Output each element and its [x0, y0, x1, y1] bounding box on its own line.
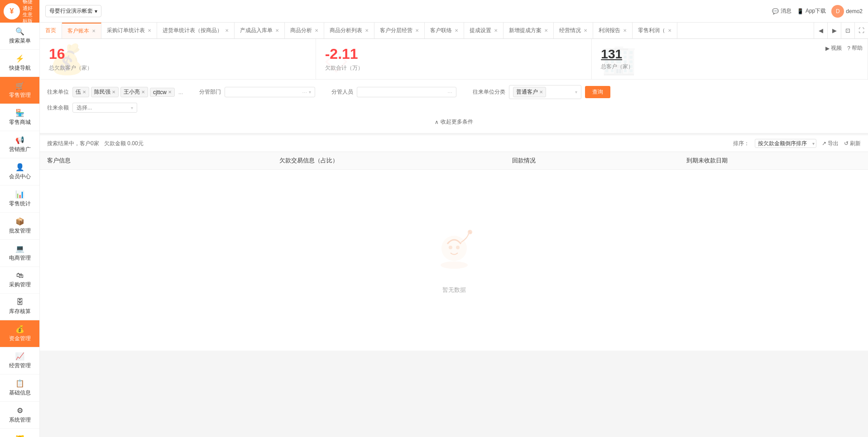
sidebar-item-finance[interactable]: 💰资金管理: [0, 320, 39, 347]
balance-chevron: ▾: [131, 105, 133, 110]
tab-profit_report[interactable]: 利润报告✕: [593, 23, 633, 39]
balance-input[interactable]: [77, 104, 131, 111]
tab-biz_status[interactable]: 经营情况✕: [554, 23, 593, 39]
sidebar-item-enterprise[interactable]: 🤝企业协同: [0, 429, 39, 437]
tab-close-profit_report[interactable]: ✕: [623, 28, 627, 33]
tab-close-purchase_order[interactable]: ✕: [148, 28, 151, 33]
svg-point-2: [449, 246, 452, 249]
enterprise-icon: 🤝: [15, 433, 24, 437]
dept-filter[interactable]: ··· ▾: [225, 87, 315, 97]
filter-area: 往来单位 伍✕陈民强✕王小亮✕cjttcw✕ ... 分管部门 ··· ▾ 分管…: [40, 80, 868, 133]
tab-new_raise[interactable]: 新增提成方案✕: [504, 23, 554, 39]
sidebar-item-inventory[interactable]: 🗄库存核算: [0, 294, 39, 320]
tab-close-retail_profit[interactable]: ✕: [668, 28, 671, 33]
sidebar: ¥ 畅捷通好生意 标版 🔍搜索菜单⚡快捷导航🛒零售管理🏪零售商城📢营销推广👤会员…: [0, 0, 40, 437]
sidebar-item-purchase[interactable]: 🛍采购管理: [0, 267, 39, 294]
tab-customer_contact[interactable]: 客户联络✕: [425, 23, 464, 39]
search-button[interactable]: 查询: [585, 86, 610, 98]
tab-scroll-left[interactable]: ◀: [814, 23, 827, 39]
message-icon: 💬: [772, 8, 779, 14]
filter-more-btn[interactable]: ...: [178, 89, 183, 95]
tab-home[interactable]: 首页: [40, 23, 62, 39]
refresh-btn[interactable]: ↺ 刷新: [844, 140, 861, 147]
account-dropdown[interactable]: 母婴行业演示帐套 ▾: [45, 5, 101, 17]
sidebar-item-retail_mall[interactable]: 🏪零售商城: [0, 104, 39, 131]
dept-input[interactable]: [229, 89, 283, 95]
sidebar-item-wholesale[interactable]: 📦批发管理: [0, 213, 39, 240]
tab-purchase_order[interactable]: 采购订单统计表✕: [101, 23, 157, 39]
tab-close-biz_status[interactable]: ✕: [584, 28, 587, 33]
unit-type-tag[interactable]: 普通客户 ✕: [513, 87, 546, 97]
export-btn[interactable]: ↗ 导出: [822, 140, 839, 147]
app-download-btn[interactable]: 📱 App下载: [797, 7, 826, 15]
tab-expand[interactable]: ⊡: [841, 23, 854, 39]
filter-tag-陈民强[interactable]: 陈民强✕: [91, 87, 119, 97]
tab-retail_profit[interactable]: 零售利润（✕: [633, 23, 677, 39]
tab-close-goods_analysis_list[interactable]: ✕: [365, 28, 369, 33]
tab-close-goods_analysis[interactable]: ✕: [315, 28, 318, 33]
person-input[interactable]: [361, 89, 415, 95]
tabs-actions: ◀ ▶ ⊡ ⛶: [814, 23, 868, 39]
filter-tag-伍[interactable]: 伍✕: [72, 87, 89, 97]
person-filter[interactable]: ···: [357, 87, 456, 97]
tag-close-陈民强[interactable]: ✕: [112, 90, 115, 95]
filter-row-2: 往来余额 ▾: [47, 103, 861, 113]
dept-chevron: ▾: [309, 90, 311, 95]
finance-icon: 💰: [15, 325, 24, 333]
results-bar: 搜索结果中，客户0家 欠款金额 0.00元 排序： 按欠款金额倒序排序 ▾ ↗ …: [40, 135, 868, 152]
tab-close-customer_tier[interactable]: ✕: [415, 28, 419, 33]
tab-account[interactable]: 客户账本✕: [62, 23, 101, 39]
sidebar-item-marketing[interactable]: 📢营销推广: [0, 131, 39, 158]
tab-goods_analysis[interactable]: 商品分析✕: [285, 23, 324, 39]
sidebar-item-retail_stats[interactable]: 📊零售统计: [0, 185, 39, 213]
collapse-btn[interactable]: ∧ 收起更多条件: [429, 116, 479, 128]
tab-cost_inbound[interactable]: 产成品入库单✕: [235, 23, 285, 39]
tag-close-伍[interactable]: ✕: [82, 90, 86, 95]
member-icon: 👤: [15, 163, 24, 171]
summary-card-customers: 💰 16 总欠款客户（家）: [40, 39, 316, 79]
unit-type-tag-close[interactable]: ✕: [539, 90, 543, 95]
tab-goods_analysis_list[interactable]: 商品分析列表✕: [324, 23, 374, 39]
user-profile[interactable]: D demo2: [831, 5, 863, 18]
balance-filter[interactable]: ▾: [72, 103, 137, 113]
tab-label-retail_profit: 零售利润（: [638, 27, 665, 34]
system-icon: ⚙: [17, 406, 23, 415]
tab-close-customer_contact[interactable]: ✕: [455, 28, 458, 33]
sidebar-item-search[interactable]: 🔍搜索菜单: [0, 23, 39, 50]
tab-close-account[interactable]: ✕: [92, 28, 96, 33]
tab-customer_tier[interactable]: 客户分层经营✕: [374, 23, 425, 39]
sort-select[interactable]: 按欠款金额倒序排序: [755, 139, 816, 148]
results-bar-right: 排序： 按欠款金额倒序排序 ▾ ↗ 导出 ↺ 刷新: [733, 139, 861, 148]
sidebar-item-operations[interactable]: 📈经营管理: [0, 347, 39, 375]
sort-select-wrapper[interactable]: 按欠款金额倒序排序 ▾: [755, 139, 816, 148]
filter-tag-王小亮[interactable]: 王小亮✕: [120, 87, 148, 97]
content-area: 💰 16 总欠款客户（家） ◇ -2.11 欠款合计（万） 🏢 131 总客户（…: [40, 39, 868, 437]
tab-raise_settings[interactable]: 提成设置✕: [464, 23, 504, 39]
total-debt-amount: -2.11: [325, 46, 583, 62]
total-customers: 131: [601, 48, 858, 62]
sidebar-item-member[interactable]: 👤会员中心: [0, 158, 39, 185]
tab-fullscreen[interactable]: ⛶: [854, 23, 868, 39]
ecommerce-icon: 💻: [15, 244, 24, 253]
tab-close-cost_inbound[interactable]: ✕: [275, 28, 279, 33]
sidebar-item-ecommerce[interactable]: 💻电商管理: [0, 240, 39, 267]
tag-close-cjttcw[interactable]: ✕: [168, 90, 172, 95]
tab-label-goods_analysis_list: 商品分析列表: [330, 27, 362, 34]
tab-scroll-right[interactable]: ▶: [827, 23, 841, 39]
sidebar-item-quick_nav[interactable]: ⚡快捷导航: [0, 50, 39, 77]
sidebar-item-basic_info[interactable]: 📋基础信息: [0, 375, 39, 402]
tab-close-inbound_stats[interactable]: ✕: [225, 28, 229, 33]
tab-close-raise_settings[interactable]: ✕: [494, 28, 498, 33]
sidebar-item-retail_mgmt[interactable]: 🛒零售管理: [0, 77, 39, 104]
message-btn[interactable]: 💬 消息: [772, 7, 791, 15]
unit-type-filter[interactable]: 普通客户 ✕ ▾: [509, 85, 581, 99]
total-debt-customers-label: 总欠款客户（家）: [49, 64, 307, 72]
sidebar-item-system[interactable]: ⚙系统管理: [0, 402, 39, 429]
download-icon: 📱: [797, 8, 804, 14]
retail_stats-icon: 📊: [15, 190, 24, 199]
tag-close-王小亮[interactable]: ✕: [141, 90, 145, 95]
filter-tag-cjttcw[interactable]: cjttcw✕: [150, 88, 175, 97]
tab-label-goods_analysis: 商品分析: [290, 27, 312, 34]
tab-inbound_stats[interactable]: 进货单统计表（按商品）✕: [157, 23, 235, 39]
tab-close-new_raise[interactable]: ✕: [544, 28, 548, 33]
